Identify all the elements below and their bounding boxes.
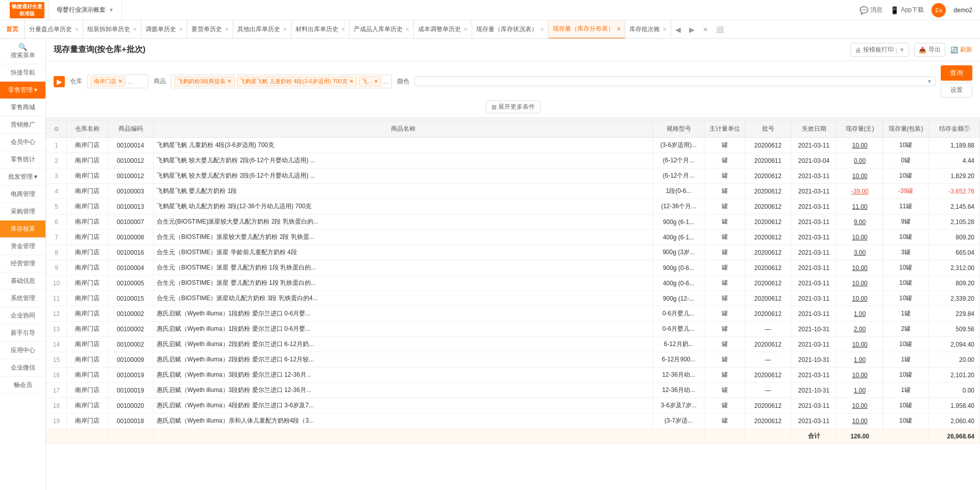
row-qty-main[interactable]: 10.00 — [837, 260, 883, 276]
sidebar-item-finance[interactable]: 资金管理 — [0, 238, 45, 255]
row-unit: 罐 — [704, 398, 745, 413]
row-qty-main[interactable]: 10.00 — [837, 276, 883, 291]
refresh-btn[interactable]: 🔄 刷新 — [950, 45, 972, 54]
sidebar-item-shop[interactable]: 零售商城 — [0, 99, 45, 116]
tab-调拨[interactable]: 调拨单历史 ✕ — [141, 20, 187, 39]
sidebar-item-retail[interactable]: 零售管理 ▾ — [0, 82, 45, 99]
row-qty-main[interactable]: 2.00 — [837, 322, 883, 337]
product-tag-1-close[interactable]: ✕ — [227, 78, 232, 85]
tab-next[interactable]: ▶ — [685, 20, 699, 39]
row-qty-main[interactable]: 0.00 — [837, 153, 883, 168]
tab-close-8[interactable]: ✕ — [463, 27, 468, 32]
row-qty-main[interactable]: 9.00 — [837, 214, 883, 230]
row-spec: 6-12月900... — [653, 352, 704, 368]
row-qty-main[interactable]: 11.00 — [837, 199, 883, 214]
row-qty-main[interactable]: 10.00 — [837, 230, 883, 245]
tab-现存量状况[interactable]: 现存量（库存状况表） ✕ — [472, 20, 549, 39]
row-no: 3 — [46, 168, 67, 184]
tab-close-7[interactable]: ✕ — [405, 27, 409, 32]
row-qty-main[interactable]: 10.00 — [837, 138, 883, 153]
row-qty-main[interactable]: 10.00 — [837, 413, 883, 429]
tab-prev[interactable]: ◀ — [671, 20, 685, 39]
tab-close-4[interactable]: ✕ — [225, 27, 229, 32]
tab-close-9[interactable]: ✕ — [540, 27, 544, 32]
tab-home[interactable]: 首页 — [0, 20, 25, 39]
sidebar-quicknav[interactable]: 快捷导航 — [0, 64, 45, 82]
sidebar-item-basic[interactable]: 基础信息 — [0, 273, 45, 290]
app-download-btn[interactable]: 📱 App下载 — [890, 6, 924, 14]
expand-more-btn[interactable]: ⊞ 展开更多条件 — [486, 101, 541, 113]
tab-close-10[interactable]: ✕ — [617, 26, 621, 32]
sidebar-item-member[interactable]: 会员中心 — [0, 134, 45, 151]
product-filter[interactable]: 飞鹤奶粉3段两提装 ✕ 飞鹤星飞帆 儿童奶粉 4段(3-6岁适用) 700克 ✕… — [171, 75, 392, 88]
row-qty-main[interactable]: 10.00 — [837, 398, 883, 413]
row-amount: 229.84 — [929, 306, 980, 322]
tab-close-3[interactable]: ✕ — [179, 27, 183, 32]
sidebar-item-wechat[interactable]: 企业微信 — [0, 359, 45, 377]
settings-btn[interactable]: 设置 — [941, 83, 972, 97]
query-btn[interactable]: 查询 — [941, 65, 972, 81]
workspace-selector[interactable]: 母婴行业演示账套 ▼ — [48, 0, 122, 20]
product-tag-3-close[interactable]: ✕ — [374, 78, 378, 85]
warehouse-filter[interactable]: 南岸门店 ✕ ... — [87, 75, 149, 88]
workspace-arrow: ▼ — [109, 7, 114, 13]
sidebar-item-system[interactable]: 系统管理 — [0, 290, 45, 307]
tab-close-11[interactable]: ✕ — [663, 27, 667, 32]
tab-close-6[interactable]: ✕ — [341, 27, 345, 32]
filter-expand-btn[interactable]: ▶ — [54, 76, 65, 87]
warehouse-tag-close[interactable]: ✕ — [118, 78, 122, 85]
tab-close-2[interactable]: ✕ — [133, 27, 137, 32]
sidebar-item-collab[interactable]: 企业协同 — [0, 307, 45, 325]
sidebar-item-stats[interactable]: 零售统计 — [0, 151, 45, 168]
row-qty-main[interactable]: 1.00 — [837, 383, 883, 398]
row-qty-main[interactable]: 10.00 — [837, 337, 883, 352]
tab-库存批次[interactable]: 库存批次账 ✕ — [625, 20, 671, 39]
row-qty-pkg: -39罐 — [883, 184, 929, 199]
col-qty-pkg: 现存量(包装) — [883, 120, 929, 138]
sidebar-item-operations[interactable]: 经营管理 — [0, 255, 45, 273]
user-name[interactable]: demo2 — [953, 7, 972, 14]
row-amount: 20.00 — [929, 352, 980, 368]
tab-产成品[interactable]: 产成品入库单历史 ✕ — [350, 20, 414, 39]
row-amount: 1,829.20 — [929, 168, 980, 184]
row-qty-main[interactable]: 10.00 — [837, 168, 883, 184]
color-filter[interactable]: ▼ — [414, 77, 936, 86]
tab-close-5[interactable]: ✕ — [283, 27, 287, 32]
row-amount: 2,094.40 — [929, 337, 980, 352]
row-qty-main[interactable]: -39.00 — [837, 184, 883, 199]
sidebar-item-newguide[interactable]: 新手引导 — [0, 325, 45, 342]
row-unit: 罐 — [704, 168, 745, 184]
sidebar-item-ecommerce[interactable]: 电商管理 — [0, 186, 45, 203]
tab-分量盘点[interactable]: 分量盘点单历史 ✕ — [25, 20, 83, 39]
sidebar-search[interactable]: 🔍 搜索菜单 — [0, 39, 45, 64]
col-settings[interactable]: ⚙ — [46, 120, 67, 138]
tab-close-1[interactable]: ✕ — [75, 27, 79, 32]
table-row: 9 南岸门店 00100004 合生元（BIOSTIME）派星 婴儿配方奶粉 1… — [46, 260, 980, 276]
tab-要货[interactable]: 要货单历史 ✕ — [187, 20, 233, 39]
tab-组装拆卸[interactable]: 组装拆卸单历史 ✕ — [83, 20, 141, 39]
product-tag-2-close[interactable]: ✕ — [349, 78, 354, 85]
tab-close-all[interactable]: ✕ — [699, 20, 712, 39]
color-label: 颜色 — [397, 77, 409, 86]
tab-现存量分布[interactable]: 现存量（库存分布表） ✕ — [549, 20, 625, 39]
row-qty-main[interactable]: 10.00 — [837, 291, 883, 306]
tab-成本调整[interactable]: 成本调整单历史 ✕ — [414, 20, 472, 39]
print-btn[interactable]: 🖨 按模板打印 | ▼ — [850, 43, 909, 57]
sidebar-item-purchase[interactable]: 采购管理 — [0, 203, 45, 220]
row-qty-main[interactable]: 1.00 — [837, 306, 883, 322]
export-btn[interactable]: 📤 导出 — [914, 43, 945, 57]
sidebar-item-appstore[interactable]: 应用中心 — [0, 342, 45, 359]
row-qty-main[interactable]: 10.00 — [837, 368, 883, 383]
tab-材料出库[interactable]: 材料出库单历史 ✕ — [291, 20, 350, 39]
row-qty-main[interactable]: 1.00 — [837, 352, 883, 368]
sidebar-item-changhui[interactable]: 畅会员 — [0, 377, 45, 394]
tab-其他出库[interactable]: 其他出库单历史 ✕ — [233, 20, 291, 39]
message-btn[interactable]: 💬 消息 — [860, 6, 883, 14]
sidebar-item-inventory[interactable]: 库存核算 — [0, 220, 45, 238]
row-unit: 罐 — [704, 368, 745, 383]
sidebar-item-marketing[interactable]: 营销推广 — [0, 116, 45, 134]
sidebar-item-wholesale[interactable]: 批发管理 ▾ — [0, 168, 45, 186]
user-avatar[interactable]: Ea — [932, 3, 946, 17]
row-qty-main[interactable]: 3.00 — [837, 245, 883, 260]
tab-maximize[interactable]: ⬜ — [712, 20, 728, 39]
